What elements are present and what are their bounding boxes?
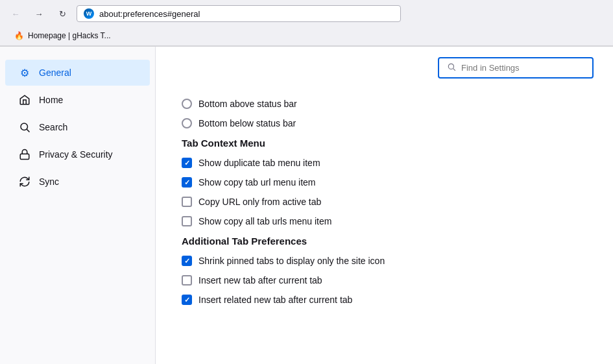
waterfox-logo: W <box>84 8 94 19</box>
find-in-settings-box[interactable] <box>438 57 594 79</box>
radio-bottom-below[interactable]: Bottom below status bar <box>182 118 587 128</box>
radio-label-bottom-below: Bottom below status bar <box>198 118 296 128</box>
checkbox-insert-new[interactable]: Insert new tab after current tab <box>182 275 587 285</box>
sidebar: ⚙ General Home Search Privacy & Security <box>0 47 156 364</box>
reload-button[interactable]: ↻ <box>53 5 71 23</box>
home-icon <box>18 93 31 106</box>
forward-button[interactable]: → <box>30 5 48 23</box>
address-bar[interactable]: W about:preferences#general <box>77 5 401 22</box>
sidebar-item-privacy[interactable]: Privacy & Security <box>5 141 150 167</box>
settings-content: Bottom above status bar Bottom below sta… <box>156 86 613 327</box>
find-settings-input[interactable] <box>461 63 584 73</box>
sidebar-label-home: Home <box>39 95 63 105</box>
checkbox-label-copy-active: Copy URL only from active tab <box>198 197 321 207</box>
checkmark-show-copy-url: ✓ <box>184 179 190 186</box>
browser-toolbar: ← → ↻ W about:preferences#general <box>0 0 613 27</box>
checkbox-copy-active-box[interactable] <box>182 197 192 207</box>
svg-rect-2 <box>20 154 29 159</box>
find-settings-icon <box>447 62 456 73</box>
browser-chrome: ← → ↻ W about:preferences#general 🔥 Home… <box>0 0 613 47</box>
address-text: about:preferences#general <box>99 9 200 19</box>
checkbox-label-show-copy-url: Show copy tab url menu item <box>198 177 316 188</box>
sidebar-item-home[interactable]: Home <box>5 87 150 113</box>
tab-label: Homepage | gHacks T... <box>28 31 111 40</box>
gear-icon: ⚙ <box>18 66 31 79</box>
additional-tab-prefs-heading: Additional Tab Preferences <box>182 236 587 247</box>
content-area: Bottom above status bar Bottom below sta… <box>156 47 613 364</box>
checkbox-insert-new-box[interactable] <box>182 275 192 285</box>
tab-bar: 🔥 Homepage | gHacks T... <box>0 27 613 46</box>
sidebar-label-sync: Sync <box>39 176 59 187</box>
search-icon <box>18 121 31 134</box>
svg-point-3 <box>448 64 453 69</box>
checkbox-label-insert-related: Insert related new tab after current tab <box>198 295 352 305</box>
checkbox-insert-related[interactable]: ✓ Insert related new tab after current t… <box>182 295 587 305</box>
sidebar-label-search: Search <box>39 122 67 132</box>
tab-favicon: 🔥 <box>14 31 24 40</box>
app-layout: ⚙ General Home Search Privacy & Security <box>0 47 613 364</box>
browser-tab[interactable]: 🔥 Homepage | gHacks T... <box>6 27 119 45</box>
checkbox-label-insert-new: Insert new tab after current tab <box>198 275 322 285</box>
checkbox-copy-active[interactable]: Copy URL only from active tab <box>182 197 587 207</box>
checkbox-show-copy-all[interactable]: Show copy all tab urls menu item <box>182 216 587 226</box>
checkbox-shrink-pinned[interactable]: ✓ Shrink pinned tabs to display only the… <box>182 256 587 266</box>
svg-line-1 <box>27 129 29 132</box>
back-button[interactable]: ← <box>6 5 25 23</box>
sync-icon <box>18 175 31 188</box>
checkmark-show-dup: ✓ <box>184 160 190 167</box>
checkbox-show-copy-all-box[interactable] <box>182 216 192 226</box>
checkmark-insert-related: ✓ <box>184 297 190 304</box>
checkbox-label-show-dup: Show duplicate tab menu item <box>198 158 320 168</box>
checkbox-show-copy-url[interactable]: ✓ Show copy tab url menu item <box>182 177 587 188</box>
checkbox-insert-related-box[interactable]: ✓ <box>182 295 192 305</box>
checkbox-show-dup-box[interactable]: ✓ <box>182 158 192 168</box>
checkmark-shrink-pinned: ✓ <box>184 258 190 265</box>
radio-label-bottom-above: Bottom above status bar <box>198 99 297 109</box>
sidebar-item-search[interactable]: Search <box>5 114 150 140</box>
checkbox-show-copy-url-box[interactable]: ✓ <box>182 177 192 188</box>
radio-button-bottom-above[interactable] <box>182 99 192 109</box>
checkbox-shrink-pinned-box[interactable]: ✓ <box>182 256 192 266</box>
sidebar-label-general: General <box>39 67 71 78</box>
radio-bottom-above[interactable]: Bottom above status bar <box>182 99 587 109</box>
sidebar-item-general[interactable]: ⚙ General <box>5 60 150 86</box>
radio-button-bottom-below[interactable] <box>182 118 192 128</box>
tab-context-menu-heading: Tab Context Menu <box>182 138 587 149</box>
svg-point-0 <box>21 123 28 130</box>
svg-line-4 <box>453 69 455 71</box>
sidebar-label-privacy: Privacy & Security <box>39 149 113 160</box>
checkbox-label-show-copy-all: Show copy all tab urls menu item <box>198 216 331 226</box>
checkbox-show-dup[interactable]: ✓ Show duplicate tab menu item <box>182 158 587 168</box>
checkbox-label-shrink-pinned: Shrink pinned tabs to display only the s… <box>198 256 385 266</box>
lock-icon <box>18 148 31 161</box>
sidebar-item-sync[interactable]: Sync <box>5 169 150 195</box>
